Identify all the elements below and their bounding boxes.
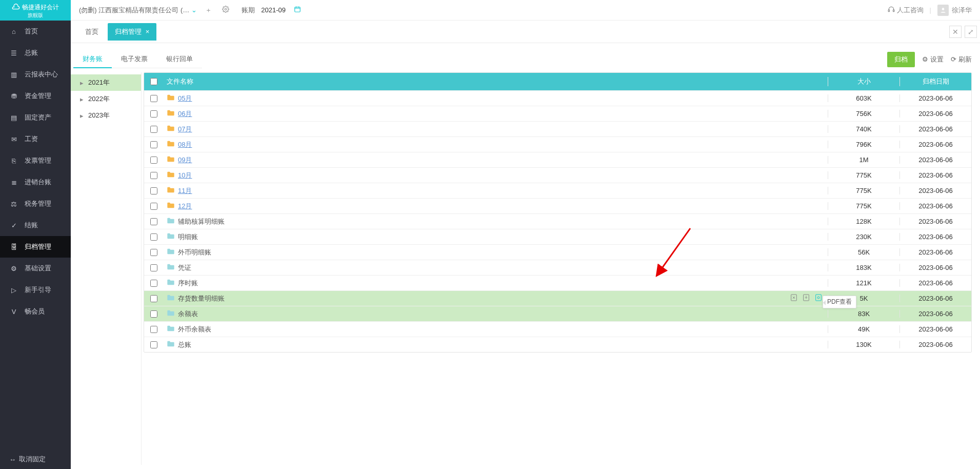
company-settings-button[interactable] xyxy=(220,4,231,16)
sidebar-pin-toggle[interactable]: ↔ 取消固定 xyxy=(0,450,71,469)
file-grid: 文件名称 大小 归档日期 05月603K2023-06-0606月756K202… xyxy=(144,72,972,353)
funds-icon: ⛃ xyxy=(9,91,18,101)
table-row: 总账130K2023-06-06 xyxy=(144,337,971,352)
period-value: 2021-09 xyxy=(261,6,286,14)
table-row: 11月775K2023-06-06 xyxy=(144,183,971,198)
user-menu[interactable]: 徐泽华 xyxy=(937,5,972,16)
file-size: 128K xyxy=(828,218,899,225)
page-tab[interactable]: 首页 xyxy=(78,23,106,41)
sidebar-item-psi[interactable]: ≣ 进销台账 xyxy=(0,171,71,193)
file-date: 2023-06-06 xyxy=(899,279,971,287)
table-row: 序时账121K2023-06-06 xyxy=(144,275,971,290)
sidebar-item-fixed-assets[interactable]: ▤ 固定资产 xyxy=(0,107,71,128)
sidebar-item-settings[interactable]: ⚙ 基础设置 xyxy=(0,258,71,279)
sub-tab[interactable]: 银行回单 xyxy=(157,50,202,68)
table-row: 外币明细账56K2023-06-06 xyxy=(144,244,971,260)
row-checkbox[interactable] xyxy=(150,249,157,256)
sidebar-item-invoice[interactable]: ⎘ 发票管理 xyxy=(0,150,71,171)
row-checkbox[interactable] xyxy=(150,264,157,271)
row-checkbox[interactable] xyxy=(150,218,157,225)
sub-tab[interactable]: 电子发票 xyxy=(112,50,157,68)
year-tree-item[interactable]: ▸2021年 xyxy=(71,74,141,91)
sidebar-item-salary[interactable]: ✉ 工资 xyxy=(0,128,71,150)
fullscreen-button[interactable]: ⤢ xyxy=(965,26,977,38)
sidebar-item-guide[interactable]: ▷ 新手引导 xyxy=(0,279,71,301)
row-checkbox[interactable] xyxy=(150,326,157,333)
sub-tab[interactable]: 财务账 xyxy=(73,50,112,68)
folder-icon xyxy=(167,109,175,118)
row-checkbox[interactable] xyxy=(150,341,157,348)
view-pdf-icon[interactable]: PDF查看 xyxy=(814,294,823,303)
content: 财务账电子发票银行回单 归档 ⚙ 设置 ⟳ 刷新 ▸2021年▸20 xyxy=(71,43,980,469)
company-selector[interactable]: (勿删) 江西服宝精品有限责任公司 (… ⌄ xyxy=(79,6,197,15)
file-icon xyxy=(167,279,175,287)
tab-close-button[interactable]: ✕ xyxy=(949,26,962,38)
file-name[interactable]: 09月 xyxy=(178,155,192,165)
year-tree-item[interactable]: ▸2022年 xyxy=(71,91,141,107)
sidebar-item-funds[interactable]: ⛃ 资金管理 xyxy=(0,85,71,107)
file-name[interactable]: 12月 xyxy=(178,202,192,211)
sidebar-item-archive[interactable]: 🗄 归档管理 xyxy=(0,236,71,258)
row-checkbox[interactable] xyxy=(150,295,157,302)
file-name: 存货数量明细账 xyxy=(178,294,225,303)
file-size: 796K xyxy=(828,141,899,148)
download-excel-icon[interactable] xyxy=(790,294,798,303)
file-name[interactable]: 06月 xyxy=(178,109,192,119)
svg-rect-3 xyxy=(893,10,894,12)
row-checkbox[interactable] xyxy=(150,310,157,318)
file-size: 183K xyxy=(828,264,899,271)
year-tree-item[interactable]: ▸2023年 xyxy=(71,107,141,124)
row-checkbox[interactable] xyxy=(150,126,157,133)
file-icon xyxy=(167,248,175,257)
refresh-link[interactable]: ⟳ 刷新 xyxy=(951,55,972,64)
download-pdf-icon[interactable] xyxy=(802,294,810,303)
row-checkbox[interactable] xyxy=(150,141,157,148)
archive-icon: 🗄 xyxy=(9,242,18,251)
page-tab[interactable]: 归档管理 × xyxy=(108,23,156,41)
pin-icon: ↔ xyxy=(9,456,16,463)
row-checkbox[interactable] xyxy=(150,110,157,118)
sidebar-item-tax[interactable]: ⚖ 税务管理 xyxy=(0,193,71,214)
tab-close-icon[interactable]: × xyxy=(146,28,150,35)
file-name[interactable]: 11月 xyxy=(178,186,192,196)
row-checkbox[interactable] xyxy=(150,95,157,102)
folder-icon xyxy=(167,155,175,164)
closing-icon: ✓ xyxy=(9,221,18,230)
tax-icon: ⚖ xyxy=(9,199,18,208)
file-date: 2023-06-06 xyxy=(899,325,971,333)
file-date: 2023-06-06 xyxy=(899,94,971,102)
file-name[interactable]: 10月 xyxy=(178,171,192,180)
file-size: 121K xyxy=(828,279,899,287)
file-date: 2023-06-06 xyxy=(899,218,971,225)
invoice-icon: ⎘ xyxy=(9,156,18,165)
row-checkbox[interactable] xyxy=(150,187,157,194)
sidebar-item-label: 税务管理 xyxy=(25,199,51,208)
sidebar-item-label: 工资 xyxy=(25,134,38,144)
sidebar-item-reports[interactable]: ▥ 云报表中心 xyxy=(0,64,71,85)
settings-link[interactable]: ⚙ 设置 xyxy=(922,55,944,64)
row-checkbox[interactable] xyxy=(150,172,157,179)
sidebar-item-ledger[interactable]: ☰ 总账 xyxy=(0,42,71,64)
file-size: 49K xyxy=(828,325,899,333)
file-date: 2023-06-06 xyxy=(899,295,971,302)
sidebar-item-closing[interactable]: ✓ 结账 xyxy=(0,214,71,236)
archive-button[interactable]: 归档 xyxy=(887,52,915,67)
row-checkbox[interactable] xyxy=(150,280,157,287)
sidebar-item-member[interactable]: V 畅会员 xyxy=(0,301,71,322)
add-company-button[interactable]: ＋ xyxy=(203,4,214,17)
select-all-checkbox[interactable] xyxy=(150,78,157,85)
help-button[interactable]: 人工咨询 xyxy=(888,6,924,15)
main: (勿删) 江西服宝精品有限责任公司 (… ⌄ ＋ 账期 2021-09 人工咨询 xyxy=(71,0,980,469)
file-name[interactable]: 05月 xyxy=(178,94,192,103)
sidebar-item-home[interactable]: ⌂ 首页 xyxy=(0,21,71,42)
file-name: 凭证 xyxy=(178,263,191,272)
row-checkbox[interactable] xyxy=(150,203,157,210)
sidebar-item-label: 资金管理 xyxy=(25,91,51,101)
row-checkbox[interactable] xyxy=(150,233,157,241)
row-checkbox[interactable] xyxy=(150,157,157,164)
file-name[interactable]: 07月 xyxy=(178,125,192,134)
table-row: 外币余额表49K2023-06-06 xyxy=(144,321,971,337)
file-name[interactable]: 08月 xyxy=(178,140,192,149)
file-icon xyxy=(167,294,175,303)
calendar-icon[interactable] xyxy=(292,4,303,16)
